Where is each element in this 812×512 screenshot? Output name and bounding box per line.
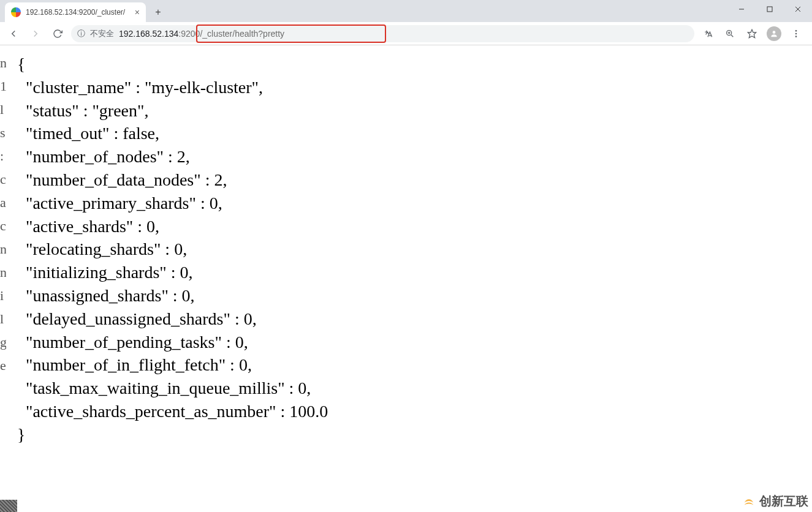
bottom-strip-artifact: [0, 500, 17, 512]
watermark-text: 创新互联: [759, 493, 808, 510]
back-button[interactable]: [5, 25, 22, 42]
svg-point-7: [795, 30, 797, 32]
tab-title: 192.168.52.134:9200/_cluster/: [26, 8, 130, 17]
profile-avatar[interactable]: [765, 25, 783, 42]
not-secure-label: 不安全: [90, 28, 114, 39]
browser-tab[interactable]: 192.168.52.134:9200/_cluster/ ×: [5, 2, 146, 22]
new-tab-button[interactable]: +: [150, 4, 167, 21]
url-port: :9200: [178, 29, 200, 39]
titlebar: 192.168.52.134:9200/_cluster/ × +: [0, 0, 812, 22]
svg-point-9: [795, 36, 797, 37]
window-controls: [727, 0, 812, 18]
translate-icon[interactable]: [699, 25, 716, 42]
watermark-logo-icon: [742, 495, 756, 508]
watermark: 创新互联: [742, 493, 808, 510]
page-json-body: { "cluster_name" : "my-elk-cluster", "st…: [0, 45, 812, 456]
zoom-icon[interactable]: [721, 25, 738, 42]
site-info-icon[interactable]: ⓘ: [77, 28, 85, 39]
avatar-icon: [767, 26, 781, 41]
svg-point-6: [773, 31, 776, 34]
window-close-button[interactable]: [784, 0, 812, 18]
toolbar-right-icons: [699, 25, 807, 42]
reload-button[interactable]: [49, 25, 66, 42]
svg-point-8: [795, 32, 797, 34]
window-minimize-button[interactable]: [727, 0, 756, 18]
svg-rect-1: [767, 7, 772, 12]
url-text: 192.168.52.134:9200/_cluster/health?pret…: [119, 29, 284, 39]
kebab-menu-icon[interactable]: [787, 25, 805, 42]
url-path: /_cluster/health?pretty: [200, 29, 284, 39]
url-domain: 192.168.52.134: [119, 29, 178, 39]
bookmark-star-icon[interactable]: [743, 25, 761, 42]
svg-marker-5: [748, 29, 756, 37]
window-maximize-button[interactable]: [756, 0, 784, 18]
tab-close-icon[interactable]: ×: [135, 7, 140, 17]
tab-favicon-icon: [11, 7, 21, 17]
forward-button[interactable]: [27, 25, 44, 42]
browser-toolbar: ⓘ 不安全 192.168.52.134:9200/_cluster/healt…: [0, 22, 812, 45]
address-bar[interactable]: ⓘ 不安全 192.168.52.134:9200/_cluster/healt…: [71, 25, 694, 42]
